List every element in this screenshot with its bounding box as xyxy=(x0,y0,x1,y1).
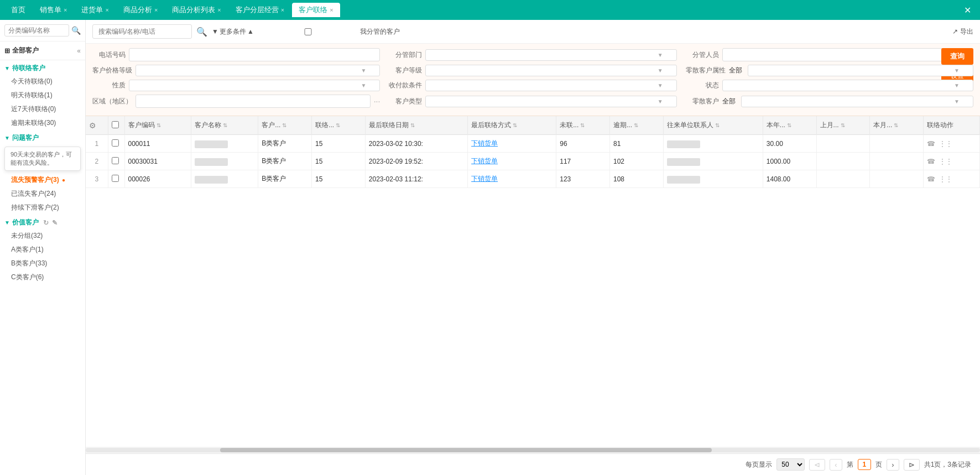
manager-input[interactable] xyxy=(722,48,964,61)
sidebar-item-today[interactable]: 今天待联络(0) xyxy=(0,75,85,88)
first-page-button[interactable]: ⊲ xyxy=(809,459,825,471)
sort-icon-nocontact[interactable]: ⇅ xyxy=(580,122,585,128)
filter-row-2: 客户价格等级 ▼ 客户等级 ▼ 零散客户属性 全部 xyxy=(92,65,973,76)
row-checkbox[interactable] xyxy=(112,157,119,164)
collapse-icon[interactable]: « xyxy=(77,47,81,55)
query-button[interactable]: 查询 xyxy=(941,48,973,65)
search-input[interactable] xyxy=(92,24,192,39)
sort-icon-year[interactable]: ⇅ xyxy=(787,122,791,128)
sort-icon-overdue[interactable]: ⇅ xyxy=(634,122,638,128)
sidebar-item-churn-warning[interactable]: 流失预警客户(3) ● xyxy=(0,173,85,187)
customer-name-blurred xyxy=(195,176,228,184)
nav-tab-sales[interactable]: 销售单 × xyxy=(33,3,74,17)
close-tab-purchase-icon[interactable]: × xyxy=(105,7,108,13)
next-page-button[interactable]: › xyxy=(887,459,899,471)
row-checkbox[interactable] xyxy=(112,175,119,182)
sidebar-item-class-b[interactable]: B类客户(33) xyxy=(0,257,85,270)
sidebar-section-pending[interactable]: ▼ 待联络客户 xyxy=(0,60,85,75)
sort-icon-lastmonth[interactable]: ⇅ xyxy=(841,122,845,128)
sparse-customer-select[interactable]: ▼ xyxy=(741,96,973,107)
nav-tab-customer-segment[interactable]: 客户分层经营 × xyxy=(229,3,291,17)
sort-icon-code[interactable]: ⇅ xyxy=(157,122,161,128)
price-grade-select[interactable]: ▼ xyxy=(135,65,380,76)
cell-contact-person xyxy=(663,170,763,188)
sort-icon-method[interactable]: ⇅ xyxy=(513,122,517,128)
my-customers-checkbox-label[interactable]: 我分管的客户 xyxy=(258,27,400,36)
status-select[interactable]: ▼ xyxy=(722,80,973,91)
sidebar-item-week[interactable]: 近7天待联络(0) xyxy=(0,102,85,116)
action-more-icon[interactable]: ⋮⋮ xyxy=(939,140,952,148)
sidebar-item-class-a[interactable]: A类客户(1) xyxy=(0,243,85,257)
table-settings-icon[interactable]: ⚙ xyxy=(89,121,96,130)
nav-tab-customer-link[interactable]: 客户联络 × xyxy=(292,3,340,17)
search-button[interactable]: 🔍 xyxy=(196,27,207,37)
sort-icon-person[interactable]: ⇅ xyxy=(715,122,720,128)
sidebar-search-input[interactable] xyxy=(4,24,69,36)
cell-contact: 15 xyxy=(312,153,366,170)
sidebar-item-tomorrow[interactable]: 明天待联络(1) xyxy=(0,88,85,102)
grid-icon: ⊞ xyxy=(4,47,10,55)
nav-tab-analysis[interactable]: 商品分析 × xyxy=(117,3,164,17)
filter-customer-type: 客户类型 ▼ xyxy=(389,96,676,107)
th-no-contact: 未联...⇅ xyxy=(556,116,610,135)
nav-tab-purchase[interactable]: 进货单 × xyxy=(75,3,115,17)
close-tab-analysis-table-icon[interactable]: × xyxy=(217,7,221,13)
sort-icon-contact[interactable]: ⇅ xyxy=(336,122,340,128)
per-page-select[interactable]: 50 100 200 xyxy=(776,458,805,471)
region-dots-icon[interactable]: ··· xyxy=(374,97,380,106)
department-select[interactable]: ▼ xyxy=(425,49,676,61)
sparse-attr-label: 零散客户属性 xyxy=(686,66,726,75)
sidebar-item-ungrouped[interactable]: 未分组(32) xyxy=(0,229,85,243)
close-tab-customer-link-icon[interactable]: × xyxy=(330,7,333,13)
phone-input[interactable] xyxy=(129,48,380,61)
customer-grade-select[interactable]: ▼ xyxy=(425,65,676,76)
prev-page-button[interactable]: ‹ xyxy=(830,459,842,471)
action-phone-icon[interactable]: ☎ xyxy=(927,175,935,183)
sidebar-item-declining[interactable]: 持续下滑客户(2) xyxy=(0,201,85,215)
edit-icon[interactable]: ✎ xyxy=(52,219,58,227)
refresh-icon[interactable]: ↻ xyxy=(43,219,49,227)
action-more-icon[interactable]: ⋮⋮ xyxy=(939,175,952,183)
sidebar-item-overdue[interactable]: 逾期未联络(30) xyxy=(0,116,85,130)
region-input[interactable] xyxy=(135,95,371,108)
sidebar-all-customers[interactable]: ⊞ 全部客户 « xyxy=(0,41,85,60)
contact-method-link[interactable]: 下销货单 xyxy=(471,157,498,165)
cell-last-contact-method: 下销货单 xyxy=(468,170,556,188)
my-customers-checkbox[interactable] xyxy=(258,28,358,35)
customer-type-select[interactable]: ▼ xyxy=(425,96,676,107)
nav-home[interactable]: 首页 xyxy=(4,3,32,17)
scrollbar-track xyxy=(86,448,980,452)
sort-icon-date[interactable]: ⇅ xyxy=(410,122,415,128)
cell-contact-person xyxy=(663,153,763,170)
contact-method-link[interactable]: 下销货单 xyxy=(471,139,498,147)
close-tab-customer-segment-icon[interactable]: × xyxy=(281,7,284,13)
close-tab-sales-icon[interactable]: × xyxy=(64,7,67,13)
sidebar-section-value[interactable]: ▼ 价值客户 ↻ ✎ xyxy=(0,215,85,229)
sort-icon-name[interactable]: ⇅ xyxy=(223,122,227,128)
nav-tab-analysis-table[interactable]: 商品分析列表 × xyxy=(165,3,227,17)
app-close-icon[interactable]: ✕ xyxy=(960,3,976,18)
payment-select[interactable]: ▼ xyxy=(425,80,676,91)
action-more-icon[interactable]: ⋮⋮ xyxy=(939,158,952,165)
nature-select[interactable]: ▼ xyxy=(129,80,380,91)
sidebar-section-problem[interactable]: ▼ 问题客户 xyxy=(0,130,85,144)
sidebar-item-lost[interactable]: 已流失客户(24) xyxy=(0,187,85,201)
last-page-button[interactable]: ⊳ xyxy=(904,459,920,471)
contact-person-blurred xyxy=(667,140,700,148)
sort-icon-thismonth[interactable]: ⇅ xyxy=(894,122,898,128)
more-conditions-button[interactable]: ▼ 更多条件 ▲ xyxy=(212,27,254,36)
sort-icon-type[interactable]: ⇅ xyxy=(282,122,286,128)
scrollbar-thumb[interactable] xyxy=(220,448,712,452)
horizontal-scrollbar[interactable] xyxy=(86,447,980,453)
sparse-attr-select[interactable]: ▼ xyxy=(748,65,973,76)
action-phone-icon[interactable]: ☎ xyxy=(927,140,935,148)
contact-method-link[interactable]: 下销货单 xyxy=(471,175,498,182)
sidebar-search-icon[interactable]: 🔍 xyxy=(71,26,81,35)
close-tab-analysis-icon[interactable]: × xyxy=(154,7,158,13)
action-phone-icon[interactable]: ☎ xyxy=(927,158,935,165)
select-all-checkbox[interactable] xyxy=(112,121,119,128)
sidebar-item-class-c[interactable]: C类客户(6) xyxy=(0,270,85,284)
export-button[interactable]: ↗ 导出 xyxy=(952,27,973,36)
cell-overdue: 81 xyxy=(609,135,663,153)
row-checkbox[interactable] xyxy=(112,139,119,147)
